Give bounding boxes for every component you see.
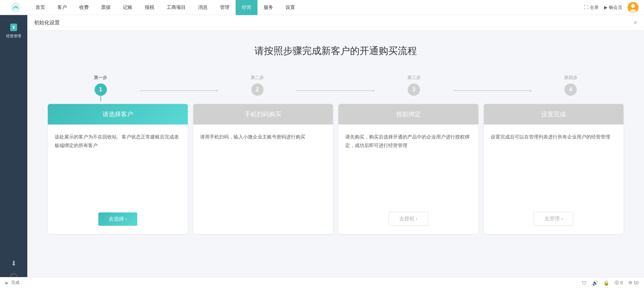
bottom-bar-right: 🛡 🔊 🔒 ⓪ 0 ⑩ 10 bbox=[582, 280, 639, 286]
go-select-button[interactable]: 去选择 › bbox=[98, 212, 137, 226]
cards-row: 请选择客户 该处展示的客户为不在回收站、客户状态正常建账后完成老板端绑定的所有客… bbox=[48, 104, 624, 234]
step-1-label: 第一步 bbox=[94, 75, 107, 81]
layout: ¥ 经营管理 ⬇ 🎧 初始化设置 × 请按照步骤完成新客户的开通购买流程 第一步… bbox=[0, 15, 644, 288]
yen-icon: ¥ bbox=[9, 23, 18, 32]
lock-icon: 🔒 bbox=[603, 280, 609, 286]
svg-point-2 bbox=[631, 4, 635, 8]
nav-item-tax[interactable]: 报税 bbox=[139, 0, 160, 15]
nav-right: ⛶ 全屏 ▶ 畅会员 bbox=[584, 2, 639, 13]
step-3: 第三步 3 bbox=[375, 75, 453, 96]
fullscreen-icon: ⛶ bbox=[584, 5, 588, 10]
card-4-header: 设置完成 bbox=[484, 104, 624, 125]
download-icon[interactable]: ⬇ bbox=[11, 259, 17, 267]
nav-items: 首页 客户 收费 票据 记账 报税 工商项目 消息 管理 经营 服务 设置 bbox=[29, 0, 584, 15]
wizard-main-title: 请按照步骤完成新客户的开通购买流程 bbox=[48, 44, 624, 57]
go-manage-button[interactable]: 去管理 › bbox=[534, 212, 573, 226]
sidebar-item-operation[interactable]: ¥ 经营管理 bbox=[0, 18, 27, 43]
volume-icon: 🔊 bbox=[592, 280, 598, 286]
card-2-header: 手机扫码购买 bbox=[193, 104, 333, 125]
nav-item-manage[interactable]: 管理 bbox=[214, 0, 236, 15]
card-2-footer bbox=[193, 220, 333, 234]
top-nav: 首页 客户 收费 票据 记账 报税 工商项目 消息 管理 经营 服务 设置 ⛶ … bbox=[0, 0, 644, 15]
nav-item-operation[interactable]: 经营 bbox=[236, 0, 257, 15]
nav-item-account[interactable]: 记账 bbox=[117, 0, 139, 15]
step-2: 第二步 2 bbox=[218, 75, 296, 96]
nav-item-message[interactable]: 消息 bbox=[192, 0, 214, 15]
step-3-label: 第三步 bbox=[407, 75, 421, 81]
card-1-body: 该处展示的客户为不在回收站、客户状态正常建账后完成老板端绑定的所有客户 bbox=[48, 125, 188, 207]
step-1-circle: 1 bbox=[95, 83, 107, 96]
sidebar-label: 经营管理 bbox=[6, 34, 21, 39]
step-card-3: 授权绑定 请先购买，购买后选择开通的产品中的企业用户进行授权绑定，成功后即可进行… bbox=[338, 104, 478, 234]
bottom-bar: ▶ 完成 🛡 🔊 🔒 ⓪ 0 ⑩ 10 bbox=[0, 277, 644, 288]
close-button[interactable]: × bbox=[633, 19, 637, 26]
nav-item-service[interactable]: 服务 bbox=[257, 0, 279, 15]
step-1-pin bbox=[100, 96, 101, 101]
connector-line-2 bbox=[296, 90, 374, 91]
main-content: 初始化设置 × 请按照步骤完成新客户的开通购买流程 第一步 1 › bbox=[27, 15, 644, 288]
content-header: 初始化设置 × bbox=[27, 15, 644, 31]
step-card-1: 请选择客户 该处展示的客户为不在回收站、客户状态正常建账后完成老板端绑定的所有客… bbox=[48, 104, 188, 234]
shield-icon: 🛡 bbox=[582, 280, 587, 286]
step-2-label: 第二步 bbox=[251, 75, 264, 81]
nav-item-settings[interactable]: 设置 bbox=[279, 0, 301, 15]
svg-text:¥: ¥ bbox=[12, 25, 15, 30]
card-3-body: 请先购买，购买后选择开通的产品中的企业用户进行授权绑定，成功后即可进行经营管理 bbox=[338, 125, 478, 206]
avatar[interactable] bbox=[628, 2, 639, 13]
connector-3: › bbox=[453, 87, 531, 94]
connector-line-1 bbox=[140, 90, 217, 91]
time-icon: ⑩ 10 bbox=[628, 280, 639, 285]
nav-item-invoice[interactable]: 票据 bbox=[95, 0, 117, 15]
connector-1: › bbox=[140, 87, 218, 94]
step-4-circle: 4 bbox=[564, 83, 577, 96]
step-card-4: 设置完成 设置完成后可以在管理列表进行所有企业用户的经营管理 去管理 › bbox=[484, 104, 624, 234]
nav-item-home[interactable]: 首页 bbox=[29, 0, 51, 15]
fullscreen-btn[interactable]: ⛶ 全屏 bbox=[584, 4, 599, 11]
card-4-footer: 去管理 › bbox=[484, 206, 624, 234]
card-3-header: 授权绑定 bbox=[338, 104, 478, 125]
status-text: 完成 bbox=[11, 280, 19, 286]
nav-item-customer[interactable]: 客户 bbox=[51, 0, 73, 15]
card-2-body: 请用手机扫码，输入小微企业主账号密码进行购买 bbox=[193, 125, 333, 220]
content-title: 初始化设置 bbox=[34, 19, 60, 26]
connector-2: › bbox=[296, 87, 375, 94]
logo bbox=[5, 2, 26, 13]
play-icon-bottom: ▶ bbox=[5, 280, 9, 285]
card-3-footer: 去授权 › bbox=[338, 206, 478, 234]
nav-item-fee[interactable]: 收费 bbox=[73, 0, 95, 15]
steps-container: 第一步 1 › 第二步 2 › bbox=[48, 75, 624, 101]
card-4-body: 设置完成后可以在管理列表进行所有企业用户的经营管理 bbox=[484, 125, 624, 206]
step-3-circle: 3 bbox=[408, 83, 420, 96]
step-2-circle: 2 bbox=[251, 83, 264, 96]
play-icon: ▶ bbox=[604, 5, 607, 10]
member-btn[interactable]: ▶ 畅会员 bbox=[604, 4, 622, 11]
go-authorize-button[interactable]: 去授权 › bbox=[389, 212, 428, 226]
card-1-header: 请选择客户 bbox=[48, 104, 188, 125]
card-1-footer: 去选择 › bbox=[48, 207, 188, 234]
connector-line-3 bbox=[453, 90, 531, 91]
network-icon: ⓪ 0 bbox=[615, 280, 623, 286]
step-card-2: 手机扫码购买 请用手机扫码，输入小微企业主账号密码进行购买 bbox=[193, 104, 333, 234]
nav-item-bizproject[interactable]: 工商项目 bbox=[160, 0, 192, 15]
wizard-area: 请按照步骤完成新客户的开通购买流程 第一步 1 › 第二步 2 bbox=[27, 31, 644, 244]
sidebar: ¥ 经营管理 ⬇ 🎧 bbox=[0, 15, 27, 288]
step-4-label: 第四步 bbox=[564, 75, 577, 81]
step-4: 第四步 4 bbox=[532, 75, 610, 96]
step-1: 第一步 1 bbox=[61, 75, 140, 101]
